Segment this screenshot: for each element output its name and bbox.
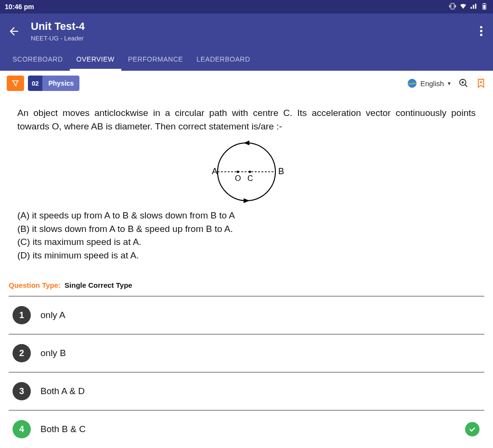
tab-leaderboard[interactable]: LEADERBOARD [190,55,257,71]
option-number: 4 [13,420,31,438]
option-number: 1 [13,306,31,324]
diagram-label-o: O [235,174,241,182]
option-1[interactable]: 1 only A [9,296,484,334]
option-text: only B [40,348,66,358]
svg-marker-7 [244,198,249,203]
question-type-row: Question Type: Single Correct Type [9,277,484,296]
option-number: 3 [13,382,31,400]
statement-a: (A) it speeds up from A to B & slows dow… [17,209,476,222]
tab-performance[interactable]: PERFORMANCE [121,55,190,71]
status-icons [449,2,488,12]
globe-icon [407,78,417,89]
option-text: only A [40,310,65,320]
question-card: An object moves anticlockwise in a circu… [0,96,493,272]
statement-c: (C) its maximum speed is at A. [17,235,476,249]
status-bar: 10:46 pm [0,0,493,13]
svg-rect-2 [483,5,485,9]
option-2[interactable]: 2 only B [9,334,484,372]
tab-scoreboard[interactable]: SCOREBOARD [6,55,70,71]
tab-overview[interactable]: OVERVIEW [70,55,121,71]
battery-icon [480,2,488,12]
question-toolbar: 02 Physics English ▼ [0,71,493,96]
correct-check-icon [465,422,480,436]
subject-chip[interactable]: 02 Physics [28,76,79,91]
statement-b: (B) it slows down from A to B & speed up… [17,222,476,236]
language-label: English [420,79,444,88]
subject-label: Physics [42,76,79,91]
svg-point-9 [237,171,239,173]
chevron-down-icon: ▼ [447,81,452,86]
tab-bar: SCOREBOARD OVERVIEW PERFORMANCE LEADERBO… [0,47,493,71]
option-number: 2 [13,344,31,362]
diagram-label-a: A [212,166,218,176]
wifi-icon [459,2,467,12]
option-text: Both A & D [40,386,85,397]
diagram-label-b: B [278,166,284,176]
svg-point-10 [249,171,251,173]
language-select[interactable]: English ▼ [407,78,452,89]
diagram-label-c: C [247,174,253,182]
page-subtitle: NEET-UG - Leader [31,35,85,42]
question-type-label: Question Type: [9,281,61,289]
back-button[interactable] [8,25,20,38]
signal-icon [470,2,478,12]
question-diagram: A B O C [17,136,476,208]
option-text: Both B & C [40,424,86,435]
vibrate-icon [449,2,456,12]
statement-d: (D) its minimum speed is at A. [17,249,476,262]
app-bar: Unit Test-4 NEET-UG - Leader [0,13,493,47]
page-title: Unit Test-4 [31,20,85,33]
bookmark-button[interactable] [476,78,486,89]
more-menu-button[interactable] [477,23,485,39]
question-text: An object moves anticlockwise in a circu… [17,106,476,133]
statement-list: (A) it speeds up from A to B & slows dow… [17,209,476,262]
status-time: 10:46 pm [5,3,34,11]
options-list: 1 only A 2 only B 3 Both A & D 4 Both B … [0,296,493,448]
question-type-value: Single Correct Type [65,281,132,289]
question-number: 02 [28,76,42,91]
svg-marker-6 [244,141,249,145]
option-3[interactable]: 3 Both A & D [9,372,484,410]
zoom-in-button[interactable] [458,78,469,89]
option-4[interactable]: 4 Both B & C [9,410,484,448]
svg-rect-1 [484,3,485,3]
filter-button[interactable] [7,76,24,91]
